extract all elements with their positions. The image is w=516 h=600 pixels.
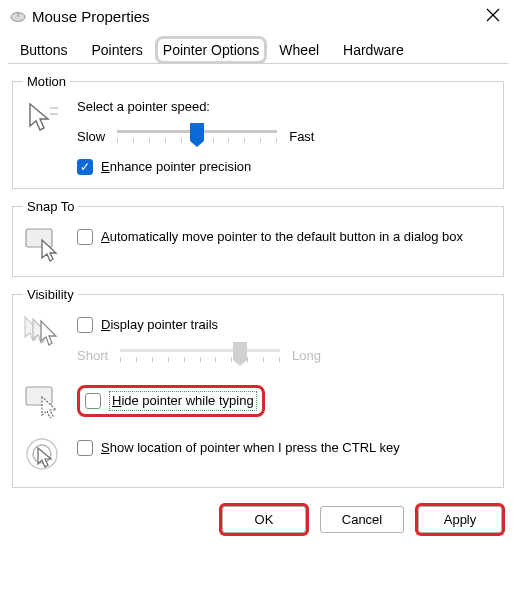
snap-to-icon [23, 224, 65, 264]
close-icon [486, 8, 500, 22]
ok-button[interactable]: OK [222, 506, 306, 533]
enhance-precision-checkbox[interactable]: ✓ [77, 159, 93, 175]
snap-to-group: Snap To Automatically move pointer to th… [12, 199, 504, 277]
enhance-precision-label: Enhance pointer precision [101, 158, 251, 176]
hide-while-typing-checkbox[interactable] [85, 393, 101, 409]
show-location-checkbox[interactable] [77, 440, 93, 456]
pointer-trails-checkbox[interactable] [77, 317, 93, 333]
tab-buttons[interactable]: Buttons [8, 36, 79, 63]
snap-to-label: Automatically move pointer to the defaul… [101, 228, 463, 246]
tab-wheel[interactable]: Wheel [267, 36, 331, 63]
snap-to-legend: Snap To [23, 199, 78, 214]
svg-rect-7 [26, 387, 52, 405]
motion-group: Motion Select a pointer speed: Slow Fast [12, 74, 504, 189]
show-location-label: Show location of pointer when I press th… [101, 439, 400, 457]
svg-rect-6 [26, 229, 52, 247]
cancel-button[interactable]: Cancel [320, 506, 404, 533]
trails-long-label: Long [292, 348, 321, 363]
speed-slow-label: Slow [77, 129, 105, 144]
tab-hardware[interactable]: Hardware [331, 36, 416, 63]
tab-strip: Buttons Pointers Pointer Options Wheel H… [0, 31, 516, 63]
close-button[interactable] [480, 6, 506, 27]
motion-legend: Motion [23, 74, 70, 89]
mouse-icon [10, 12, 26, 22]
speed-prompt: Select a pointer speed: [77, 99, 493, 114]
speed-fast-label: Fast [289, 129, 314, 144]
titlebar: Mouse Properties [0, 0, 516, 31]
visibility-group: Visibility Display pointer trails Short [12, 287, 504, 489]
dialog-buttons: OK Cancel Apply [0, 498, 516, 543]
window-title: Mouse Properties [32, 8, 480, 25]
tab-pointers[interactable]: Pointers [79, 36, 154, 63]
slider-thumb-icon [233, 342, 247, 360]
tab-pointer-options[interactable]: Pointer Options [155, 36, 268, 64]
pointer-speed-slider[interactable] [117, 126, 277, 146]
hide-typing-icon [23, 381, 65, 421]
trails-length-slider [120, 345, 280, 365]
trails-short-label: Short [77, 348, 108, 363]
visibility-legend: Visibility [23, 287, 78, 302]
pointer-speed-icon [23, 99, 65, 139]
show-location-icon [23, 435, 65, 475]
slider-thumb-icon[interactable] [190, 123, 204, 141]
snap-to-checkbox[interactable] [77, 229, 93, 245]
pointer-trails-icon [23, 312, 65, 352]
hide-while-typing-label: Hide pointer while typing [109, 391, 257, 411]
apply-button[interactable]: Apply [418, 506, 502, 533]
pointer-trails-label: Display pointer trails [101, 316, 218, 334]
